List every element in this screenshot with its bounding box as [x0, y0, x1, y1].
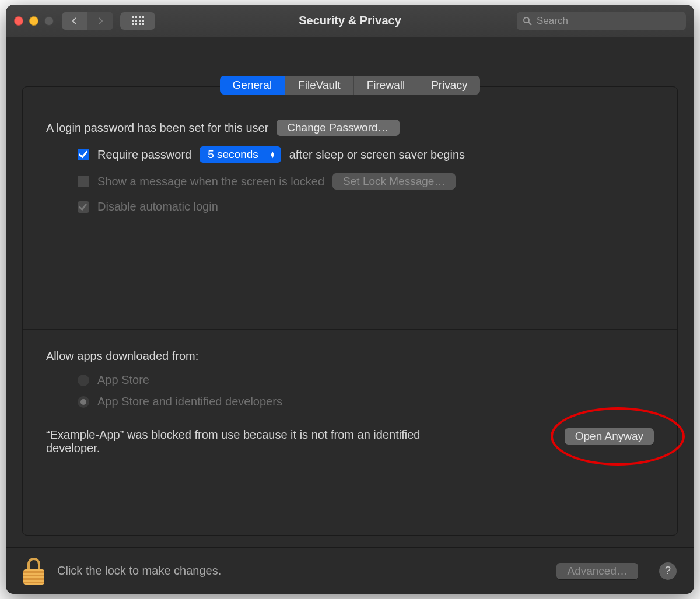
change-password-button[interactable]: Change Password… [276, 120, 399, 136]
content-area: General FileVault Firewall Privacy A log… [6, 37, 694, 547]
lock-icon[interactable] [23, 558, 44, 584]
svg-point-0 [524, 18, 529, 23]
preferences-window: Security & Privacy General FileVault Fir… [6, 5, 694, 594]
blocked-app-message: “Example-App” was blocked from use becau… [46, 428, 454, 455]
disable-auto-login-label: Disable automatic login [97, 200, 218, 214]
lock-hint-label: Click the lock to make changes. [57, 564, 221, 578]
svg-line-1 [528, 22, 531, 25]
search-icon [523, 16, 532, 26]
show-message-checkbox [78, 176, 89, 187]
require-password-label: Require password [97, 148, 191, 162]
tab-firewall[interactable]: Firewall [354, 76, 418, 94]
titlebar: Security & Privacy [6, 5, 694, 37]
set-lock-message-button: Set Lock Message… [332, 173, 456, 190]
general-panel: A login password has been set for this u… [22, 86, 678, 536]
back-button[interactable] [62, 12, 88, 30]
tab-privacy[interactable]: Privacy [418, 76, 480, 94]
minimize-window-button[interactable] [29, 16, 38, 26]
radio-app-store [78, 374, 89, 386]
password-delay-value: 5 seconds [208, 148, 258, 161]
footer: Click the lock to make changes. Advanced… [6, 547, 694, 594]
search-input[interactable] [537, 15, 680, 27]
require-password-checkbox[interactable] [78, 149, 89, 160]
radio-app-store-identified-label: App Store and identified developers [97, 395, 282, 408]
show-message-label: Show a message when the screen is locked [97, 175, 324, 188]
show-all-button[interactable] [120, 12, 155, 30]
radio-app-store-label: App Store [97, 373, 149, 387]
disable-auto-login-checkbox [78, 201, 89, 213]
password-delay-select[interactable]: 5 seconds ▲▼ [200, 146, 281, 163]
forward-button [88, 12, 113, 30]
window-controls [14, 16, 54, 26]
password-set-label: A login password has been set for this u… [46, 121, 268, 135]
close-window-button[interactable] [14, 16, 23, 26]
advanced-button[interactable]: Advanced… [556, 563, 638, 579]
divider [23, 329, 677, 330]
open-anyway-button[interactable]: Open Anyway [565, 428, 654, 444]
after-sleep-label: after sleep or screen saver begins [289, 148, 465, 162]
help-button[interactable]: ? [659, 562, 677, 580]
search-field[interactable] [517, 12, 686, 30]
nav-buttons [62, 12, 113, 30]
tab-filevault[interactable]: FileVault [285, 76, 354, 94]
zoom-window-button [44, 16, 54, 26]
radio-app-store-identified [78, 396, 89, 408]
tab-bar: General FileVault Firewall Privacy [22, 76, 678, 94]
chevron-up-down-icon: ▲▼ [270, 151, 275, 158]
grid-icon [132, 16, 144, 25]
allow-apps-heading: Allow apps downloaded from: [46, 349, 198, 363]
tab-general[interactable]: General [220, 76, 286, 94]
